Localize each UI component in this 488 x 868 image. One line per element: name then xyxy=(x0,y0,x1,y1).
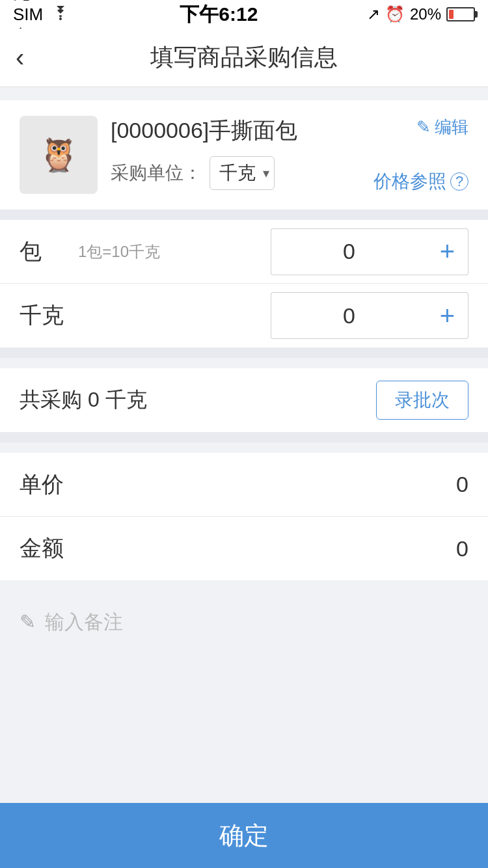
battery-percent: 20% xyxy=(410,5,441,23)
price-ref-label: 价格参照 xyxy=(373,169,446,194)
amount-label: 金额 xyxy=(20,534,64,563)
price-ref-button[interactable]: 价格参照 ? xyxy=(373,169,468,194)
confirm-label: 确定 xyxy=(219,819,269,852)
kg-input-row: 千克 0 + xyxy=(0,284,488,347)
bag-input-wrapper: 0 + xyxy=(271,228,468,275)
amount-row: 金额 0 xyxy=(0,517,488,580)
unit-price-value: 0 xyxy=(456,472,468,497)
page-title: 填写商品采购信息 xyxy=(150,42,338,74)
unit-price-row: 单价 0 xyxy=(0,453,488,517)
unit-select-button[interactable]: 千克 xyxy=(210,156,275,190)
wifi-icon xyxy=(50,5,71,25)
input-section: 包 1包=10千克 0 + 千克 0 + xyxy=(0,220,488,347)
bag-sublabel: 1包=10千克 xyxy=(78,241,271,262)
back-button[interactable]: ‹ xyxy=(16,43,24,72)
note-icon: ✎ xyxy=(20,610,36,633)
bag-input[interactable]: 0 xyxy=(271,228,427,275)
total-label-text: 共采购 xyxy=(20,388,82,411)
product-card: 🦉 [0000006]手撕面包 采购单位： 千克 ✎ 编辑 价格参照 ? xyxy=(0,100,488,210)
unit-label: 采购单位： xyxy=(111,161,202,185)
unit-select-wrapper[interactable]: 千克 xyxy=(210,156,275,190)
total-row: 共采购 0 千克 录批次 xyxy=(0,368,488,432)
kg-input-wrapper: 0 + xyxy=(271,292,468,339)
note-placeholder: 输入备注 xyxy=(45,609,123,636)
unit-price-label: 单价 xyxy=(20,470,64,500)
total-unit: 千克 xyxy=(105,388,147,411)
edit-label: 编辑 xyxy=(435,116,468,139)
status-bar: 无SIM卡 下午6:12 ↗ ⏰ 20% xyxy=(0,0,488,29)
nav-bar: ‹ 填写商品采购信息 xyxy=(0,29,488,87)
product-image-owl: 🦉 xyxy=(38,136,79,174)
battery-icon xyxy=(446,7,475,21)
section-divider-2 xyxy=(0,347,488,358)
product-name: [0000006]手撕面包 xyxy=(111,116,468,146)
svg-point-0 xyxy=(59,18,62,20)
section-divider-3 xyxy=(0,432,488,442)
bag-plus-button[interactable]: + xyxy=(427,228,468,275)
batch-button[interactable]: 录批次 xyxy=(376,381,468,420)
confirm-button[interactable]: 确定 xyxy=(0,803,488,868)
kg-plus-button[interactable]: + xyxy=(427,292,468,339)
total-section: 共采购 0 千克 录批次 xyxy=(0,368,488,432)
kg-input[interactable]: 0 xyxy=(271,292,427,339)
bag-label: 包 xyxy=(20,237,72,267)
edit-icon: ✎ xyxy=(416,117,431,137)
location-icon: ↗ xyxy=(367,5,380,23)
product-image: 🦉 xyxy=(20,116,98,194)
edit-button[interactable]: ✎ 编辑 xyxy=(416,116,468,139)
alarm-icon: ⏰ xyxy=(385,5,405,23)
info-section: 单价 0 金额 0 xyxy=(0,453,488,580)
status-time: 下午6:12 xyxy=(180,1,258,28)
bag-input-row: 包 1包=10千克 0 + xyxy=(0,220,488,284)
total-amount: 0 xyxy=(88,388,100,411)
status-right: ↗ ⏰ 20% xyxy=(367,5,475,23)
total-label: 共采购 0 千克 xyxy=(20,386,147,414)
price-ref-icon: ? xyxy=(450,172,468,191)
amount-value: 0 xyxy=(456,536,468,562)
kg-label: 千克 xyxy=(20,301,72,331)
section-divider-1 xyxy=(0,210,488,220)
